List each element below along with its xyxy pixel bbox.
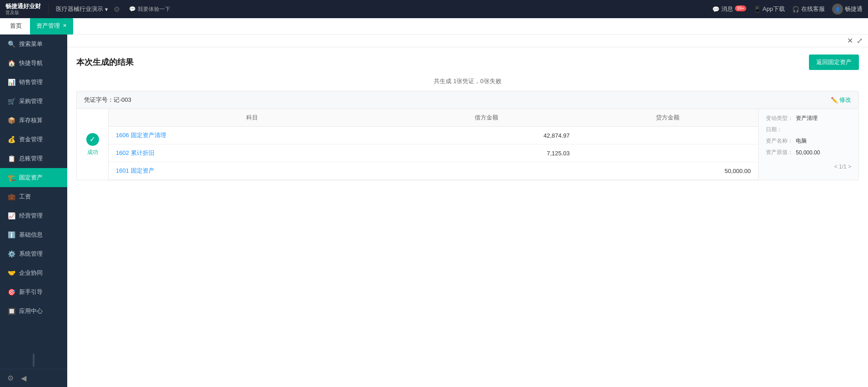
sidebar-item-quick-nav-label: 快捷导航	[19, 59, 43, 67]
sidebar-item-system[interactable]: ⚙️ 系统管理	[0, 244, 67, 263]
sidebar-item-funds-label: 资金管理	[19, 135, 43, 144]
guide-icon: 🎯	[7, 288, 15, 296]
voucher-number: 凭证字号：记-003	[84, 96, 131, 104]
table-row: 1601 固定资产 50,000.00	[109, 162, 758, 180]
sidebar-item-base-info[interactable]: ℹ️ 基础信息	[0, 225, 67, 244]
app-download-label: App下载	[763, 5, 785, 13]
original-value-row: 资产原值： 50,000.00	[766, 149, 851, 156]
system-icon: ⚙️	[7, 250, 15, 258]
sidebar-item-guide-label: 新手引导	[19, 288, 43, 296]
user-area[interactable]: 👤 畅捷通	[832, 4, 863, 15]
brand-name: 畅捷通好业财	[5, 3, 41, 10]
edit-icon: ✏️	[831, 97, 838, 104]
panel-wrapper: ✕ ⤢ 本次生成的结果 返回固定资产 共生成 1张凭证，0张失败 凭证字号：记-…	[67, 35, 868, 387]
top-header: 畅捷通好业财 普及版 医疗器械行业演示 ▾ ⚙ 💬 我要体验一下 💬 消息 99…	[0, 0, 868, 18]
online-support-area[interactable]: 🎧 在线客服	[792, 5, 825, 13]
workspace-selector[interactable]: 医疗器械行业演示 ▾	[56, 5, 108, 13]
enterprise-icon: 🤝	[7, 269, 15, 277]
content-area: ✕ ⤢ 本次生成的结果 返回固定资产 共生成 1张凭证，0张失败 凭证字号：记-…	[67, 35, 868, 387]
voucher-body: ✓ 成功 科目 借方金额 贷方金额	[77, 109, 858, 180]
row2-credit	[577, 144, 758, 162]
asset-name-row: 资产名称： 电脑	[766, 137, 851, 145]
row2-subject: 1602 累计折旧	[109, 144, 396, 162]
side-pagination[interactable]: < 1/1 >	[766, 164, 851, 170]
sidebar-item-payroll-label: 工资	[19, 193, 31, 201]
ledger-icon: 📋	[7, 154, 15, 163]
ops-icon: 📈	[7, 212, 15, 220]
message-icon-area[interactable]: 💬 消息 99+	[712, 5, 746, 13]
return-button[interactable]: 返回固定资产	[809, 55, 859, 70]
sidebar-gear-icon[interactable]: ⚙	[7, 374, 14, 382]
home-icon: 🏠	[7, 59, 15, 67]
sidebar-item-app-center[interactable]: 🔲 应用中心	[0, 302, 67, 321]
sidebar-item-inventory[interactable]: 📦 库存核算	[0, 111, 67, 130]
asset-name-value: 电脑	[796, 137, 807, 145]
close-panel-icon[interactable]: ✕	[847, 36, 853, 45]
tab-home[interactable]: 首页	[4, 18, 28, 35]
sidebar-item-payroll[interactable]: 💼 工资	[0, 187, 67, 206]
tab-bar: 首页 资产管理 ✕	[0, 18, 868, 35]
sidebar-item-inventory-label: 库存核算	[19, 116, 43, 124]
brand-logo: 畅捷通好业财 普及版	[5, 3, 41, 15]
phone-icon: 📱	[754, 6, 761, 13]
edit-button[interactable]: ✏️ 修改	[831, 96, 851, 104]
info-icon: ℹ️	[7, 231, 15, 239]
sidebar-item-guide[interactable]: 🎯 新手引导	[0, 283, 67, 302]
sidebar-item-enterprise-label: 企业协同	[19, 269, 43, 277]
payroll-icon: 💼	[7, 193, 15, 201]
sidebar-item-purchase[interactable]: 🛒 采购管理	[0, 92, 67, 111]
sidebar-bottom: ⚙ ◀	[0, 369, 67, 387]
feedback-label[interactable]: 我要体验一下	[138, 5, 170, 13]
sidebar-item-sales[interactable]: 📊 销售管理	[0, 73, 67, 92]
sidebar-item-system-label: 系统管理	[19, 250, 43, 258]
sidebar-item-app-center-label: 应用中心	[19, 307, 43, 315]
sidebar-item-ledger[interactable]: 📋 总账管理	[0, 149, 67, 168]
tab-asset-management[interactable]: 资产管理 ✕	[30, 18, 73, 35]
col-credit: 贷方金额	[577, 109, 758, 127]
username: 畅捷通	[845, 5, 863, 13]
message-badge: 99+	[735, 5, 746, 11]
chart-icon: 📊	[7, 78, 15, 86]
sidebar-item-search[interactable]: 🔍 搜索菜单	[0, 35, 67, 54]
voucher-table: 科目 借方金额 贷方金额 1606 固定资产清理 42,874.97	[109, 109, 759, 180]
row3-subject: 1601 固定资产	[109, 162, 396, 180]
change-type-label: 变动类型：	[766, 114, 793, 122]
voucher-header: 凭证字号：记-003 ✏️ 修改	[77, 91, 858, 109]
table-row: 1602 累计折旧 7,125.03	[109, 144, 758, 162]
main-layout: 🔍 搜索菜单 🏠 快捷导航 📊 销售管理 🛒 采购管理 📦 库存核算 💰	[0, 35, 868, 387]
col-debit: 借方金额	[396, 109, 577, 127]
sidebar-item-fixed-assets[interactable]: 🏗️ 固定资产	[0, 168, 67, 187]
app-center-icon: 🔲	[7, 307, 15, 315]
asset-name-label: 资产名称：	[766, 137, 793, 145]
row1-subject: 1606 固定资产清理	[109, 127, 396, 144]
sidebar-item-enterprise[interactable]: 🤝 企业协同	[0, 263, 67, 283]
building-icon: 🏗️	[7, 174, 15, 182]
date-label: 日期：	[766, 126, 782, 134]
settings-icon[interactable]: ⚙	[114, 5, 120, 14]
date-row: 日期：	[766, 126, 851, 134]
money-icon: 💰	[7, 135, 15, 144]
sidebar-item-quick-nav[interactable]: 🏠 快捷导航	[0, 54, 67, 73]
brand-edition: 普及版	[5, 10, 41, 15]
check-circle-icon: ✓	[86, 133, 99, 146]
sidebar-item-operations[interactable]: 📈 经营管理	[0, 206, 67, 225]
message-label: 消息	[721, 5, 733, 13]
app-download-area[interactable]: 📱 App下载	[754, 5, 785, 13]
message-icon: 💬	[712, 6, 719, 13]
avatar: 👤	[832, 4, 843, 15]
expand-panel-icon[interactable]: ⤢	[857, 36, 863, 45]
row3-debit	[396, 162, 577, 180]
voucher-section: 凭证字号：记-003 ✏️ 修改 ✓ 成功	[76, 91, 859, 180]
success-status: ✓ 成功	[77, 109, 109, 180]
header-icons: 💬 消息 99+ 📱 App下载 🎧 在线客服 👤 畅捷通	[712, 4, 863, 15]
sidebar: 🔍 搜索菜单 🏠 快捷导航 📊 销售管理 🛒 采购管理 📦 库存核算 💰	[0, 35, 67, 387]
voucher-side-info: 变动类型： 资产清理 日期： 资产名称： 电脑	[759, 109, 858, 180]
success-text: 成功	[87, 149, 98, 156]
tab-close-icon[interactable]: ✕	[63, 23, 67, 29]
sidebar-collapse-icon[interactable]: ◀	[21, 374, 26, 382]
sidebar-item-funds[interactable]: 💰 资金管理	[0, 130, 67, 149]
row1-credit	[577, 127, 758, 144]
sidebar-nav: 🔍 搜索菜单 🏠 快捷导航 📊 销售管理 🛒 采购管理 📦 库存核算 💰	[0, 35, 67, 352]
result-summary: 共生成 1张凭证，0张失败	[76, 77, 859, 85]
row2-debit: 7,125.03	[396, 144, 577, 162]
